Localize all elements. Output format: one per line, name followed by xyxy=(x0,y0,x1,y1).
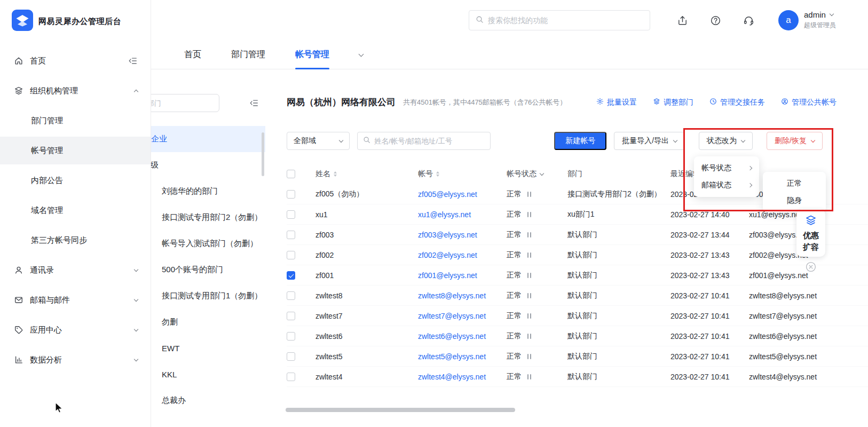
tabs-overflow-chevron-icon[interactable] xyxy=(359,54,363,56)
dept-search-input[interactable] xyxy=(151,99,214,107)
delete-restore-button[interactable]: 删除/恢复 xyxy=(767,132,823,150)
tab-home[interactable]: 首页 xyxy=(184,41,201,69)
account-link[interactable]: zf002@elysys.net xyxy=(418,251,477,259)
account-link[interactable]: zwltest7@elysys.net xyxy=(418,312,486,320)
select-all-checkbox[interactable] xyxy=(287,170,295,178)
suspend-icon[interactable] xyxy=(527,334,531,339)
adjust-department-link[interactable]: 调整部门 xyxy=(653,98,693,107)
account-link[interactable]: zf005@elysys.net xyxy=(418,190,477,199)
suspend-icon[interactable] xyxy=(527,313,531,319)
account-search[interactable] xyxy=(357,132,491,150)
tree-item[interactable]: 勿删 xyxy=(151,309,265,335)
handover-tasks-link[interactable]: 管理交接任务 xyxy=(709,98,765,107)
row-checkbox[interactable] xyxy=(287,190,295,199)
row-checkbox[interactable] xyxy=(287,210,295,219)
sidebar-collapse-icon[interactable] xyxy=(128,56,138,66)
sidebar-item-contacts[interactable]: 通讯录 xyxy=(0,256,151,284)
sidebar-item-mail[interactable]: 邮箱与邮件 xyxy=(0,286,151,314)
batch-settings-link[interactable]: 批量设置 xyxy=(596,98,637,107)
tree-item[interactable]: 网易企业 xyxy=(151,126,265,152)
tree-item[interactable]: 500个账号的部门 xyxy=(151,257,265,283)
link-label: 管理公共帐号 xyxy=(792,98,837,107)
sidebar-item-third-party-sync[interactable]: 第三方帐号同步 xyxy=(0,226,151,254)
tab-account-management[interactable]: 帐号管理 xyxy=(295,41,329,69)
dept-search[interactable] xyxy=(151,94,219,112)
menu-item-mailbox-status[interactable]: 邮箱状态 xyxy=(694,177,759,194)
suspend-icon[interactable] xyxy=(527,273,531,278)
header-name[interactable]: 姓名 xyxy=(315,169,418,179)
header-account-status[interactable]: 帐号状态 xyxy=(507,169,567,179)
suspend-icon[interactable] xyxy=(527,212,531,217)
sort-icon[interactable] xyxy=(436,171,439,177)
chevron-down-icon xyxy=(741,138,745,142)
tree-item[interactable]: 接口测试专用部门2（勿删） xyxy=(151,204,265,231)
tree-item[interactable]: 刘德华的的部门 xyxy=(151,178,265,204)
mail-icon xyxy=(14,295,23,305)
menu-item-account-status[interactable]: 帐号状态 xyxy=(694,160,759,177)
user-menu[interactable]: a admin 超级管理员 xyxy=(778,10,836,30)
account-link[interactable]: zf001@elysys.net xyxy=(418,271,477,280)
domain-select[interactable]: 全部域 xyxy=(287,132,350,150)
row-checkbox[interactable] xyxy=(287,332,295,341)
tree-item[interactable]: 总裁办 xyxy=(151,388,265,414)
account-link[interactable]: zwltest8@elysys.net xyxy=(418,291,486,300)
main-area: a admin 超级管理员 首页 部门管理 帐号管理 xyxy=(151,0,868,427)
submenu-item-normal[interactable]: 正常 xyxy=(763,175,826,192)
import-export-button[interactable]: 批量导入/导出 xyxy=(614,132,685,150)
suspend-icon[interactable] xyxy=(527,232,531,238)
create-account-button[interactable]: 新建帐号 xyxy=(554,132,606,150)
tree-vertical-scrollbar[interactable] xyxy=(262,132,264,176)
help-icon[interactable] xyxy=(709,14,722,27)
account-search-input[interactable] xyxy=(374,137,485,145)
share-icon[interactable] xyxy=(676,14,689,27)
sidebar-item-data-analysis[interactable]: 数据分析 xyxy=(0,346,151,374)
sidebar-item-department-management[interactable]: 部门管理 xyxy=(0,107,151,135)
account-link[interactable]: zwltest6@elysys.net xyxy=(418,332,486,341)
promo-close-icon[interactable] xyxy=(806,262,816,272)
global-search[interactable] xyxy=(469,10,650,30)
tab-department-management[interactable]: 部门管理 xyxy=(231,41,265,69)
cell-status-text: 正常 xyxy=(507,352,522,361)
sort-icon[interactable] xyxy=(334,171,337,177)
suspend-icon[interactable] xyxy=(527,192,531,197)
sidebar-item-app-center[interactable]: 应用中心 xyxy=(0,316,151,344)
company-stats: 共有4501帐号，其中4475邮箱帐号（含76公共帐号） xyxy=(403,98,566,107)
suspend-icon[interactable] xyxy=(527,374,531,379)
row-checkbox[interactable] xyxy=(287,373,295,381)
account-link[interactable]: zwltest4@elysys.net xyxy=(418,373,486,381)
promo-expand-button[interactable]: 优惠 扩容 xyxy=(796,209,825,257)
public-accounts-link[interactable]: 管理公共帐号 xyxy=(781,98,837,107)
tree-item[interactable]: KKL xyxy=(151,361,265,388)
tree-item[interactable]: EWT xyxy=(151,335,265,361)
tree-item[interactable]: 接口测试专用部门1（勿删） xyxy=(151,283,265,309)
horizontal-scrollbar[interactable] xyxy=(286,408,515,412)
header-account[interactable]: 帐号 xyxy=(418,169,507,179)
row-checkbox[interactable] xyxy=(287,231,295,239)
row-checkbox[interactable] xyxy=(287,291,295,300)
sidebar-item-domain-management[interactable]: 域名管理 xyxy=(0,196,151,224)
sidebar-item-label: 域名管理 xyxy=(31,205,63,216)
cell-dept: 默认部门 xyxy=(567,311,670,321)
change-status-button[interactable]: 状态改为 xyxy=(699,132,753,150)
row-checkbox[interactable] xyxy=(287,312,295,320)
suspend-icon[interactable] xyxy=(527,354,531,359)
sidebar-item-internal-announcement[interactable]: 内部公告 xyxy=(0,167,151,194)
row-checkbox[interactable] xyxy=(287,271,295,280)
sidebar-item-org-management[interactable]: 组织机构管理 xyxy=(0,77,151,105)
tree-item[interactable]: 一级 xyxy=(151,152,265,178)
account-link[interactable]: xu1@elysys.net xyxy=(418,210,471,219)
submenu-item-stealth[interactable]: 隐身 xyxy=(763,192,826,209)
tree-item[interactable]: 帐号导入测试部门（勿删） xyxy=(151,231,265,257)
chevron-right-icon xyxy=(748,166,752,170)
account-link[interactable]: zf003@elysys.net xyxy=(418,231,477,239)
suspend-icon[interactable] xyxy=(527,252,531,258)
headset-icon[interactable] xyxy=(742,14,755,27)
sidebar-item-account-management[interactable]: 帐号管理 xyxy=(0,137,151,164)
sidebar-item-home[interactable]: 首页 xyxy=(0,47,151,75)
row-checkbox[interactable] xyxy=(287,251,295,259)
tree-collapse-icon[interactable] xyxy=(249,98,259,108)
row-checkbox[interactable] xyxy=(287,352,295,361)
suspend-icon[interactable] xyxy=(527,293,531,298)
global-search-input[interactable] xyxy=(488,16,643,25)
account-link[interactable]: zwltest5@elysys.net xyxy=(418,352,486,361)
